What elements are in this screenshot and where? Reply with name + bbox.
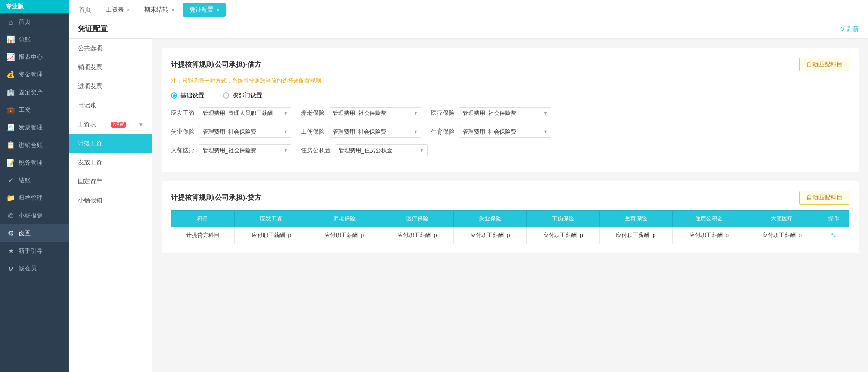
- sidebar-item-guide[interactable]: ★ 新手引导: [0, 242, 69, 260]
- sidebar-item-purchase-sales[interactable]: 📋 进销台账: [0, 136, 69, 154]
- credit-table: 科目 应发工资 养老保险 医疗保险 失业保险 工伤保险 生育保险 住房公积金 大…: [171, 210, 849, 244]
- tab-payroll-close[interactable]: ×: [127, 7, 130, 13]
- left-nav-payroll-table[interactable]: 工资表 NEW ▾: [69, 115, 152, 134]
- sidebar-label-guide: 新手引导: [19, 247, 43, 255]
- left-nav-fixed-assets[interactable]: 固定资产: [69, 172, 152, 191]
- sidebar-item-xiaochang-report[interactable]: © 小畅报销: [0, 207, 69, 224]
- select-wrapper-work-injury: 管理费用_社会保险费: [329, 126, 421, 138]
- cell-housing-val: 应付职工薪酬_p: [673, 227, 745, 244]
- tab-home[interactable]: 首页: [72, 3, 97, 17]
- tab-voucher-config-close[interactable]: ×: [216, 7, 219, 13]
- radio-department[interactable]: 按部门设置: [223, 91, 262, 100]
- select-salary[interactable]: 管理费用_管理人员职工薪酬: [199, 107, 291, 119]
- sidebar-item-member[interactable]: V 畅会员: [0, 260, 69, 277]
- select-housing[interactable]: 管理费用_住房公积金: [335, 144, 428, 156]
- col-salary: 应发工资: [235, 211, 308, 227]
- sidebar-label-report-center: 报表中心: [19, 53, 43, 61]
- tab-period-close-label: 期末结转: [144, 6, 168, 14]
- select-unemployment[interactable]: 管理费用_社会保险费: [199, 126, 291, 138]
- main-area: 首页 工资表 × 期末结转 × 凭证配置 × 凭证配置 ↻ 刷新 公共选项: [69, 0, 868, 372]
- tab-home-label: 首页: [79, 6, 91, 14]
- radio-group: 基础设置 按部门设置: [171, 91, 849, 100]
- sidebar-item-invoice-mgmt[interactable]: 🧾 发票管理: [0, 119, 69, 136]
- accrual-debit-title: 计提核算规则(公司承担)-借方: [171, 60, 261, 69]
- cell-salary-val: 应付职工薪酬_p: [235, 227, 308, 244]
- radio-basic[interactable]: 基础设置: [171, 91, 204, 100]
- field-maternity: 生育保险 管理费用_社会保险费: [431, 126, 551, 138]
- field-major-medical: 大额医疗 管理费用_社会保险费: [171, 144, 291, 156]
- field-medical: 医疗保险 管理费用_社会保险费: [431, 107, 551, 119]
- sidebar-label-member: 畅会员: [19, 264, 37, 273]
- col-pension: 养老保险: [308, 211, 381, 227]
- purchase-icon: 📋: [6, 141, 15, 149]
- select-work-injury[interactable]: 管理费用_社会保险费: [329, 126, 421, 138]
- sidebar-item-home[interactable]: ⌂ 首页: [0, 13, 69, 31]
- label-maternity: 生育保险: [431, 128, 455, 136]
- tab-period-close-close[interactable]: ×: [171, 7, 174, 13]
- member-icon: V: [6, 265, 15, 273]
- sidebar-item-closing[interactable]: ✓ 结账: [0, 172, 69, 189]
- sidebar-item-fund-management[interactable]: 💰 资金管理: [0, 66, 69, 83]
- sidebar-label-closing: 结账: [19, 176, 31, 185]
- form-row-3: 大额医疗 管理费用_社会保险费 住房公积金 管理费用_住房公积金: [171, 144, 849, 156]
- home-icon: ⌂: [6, 18, 15, 26]
- select-major-medical[interactable]: 管理费用_社会保险费: [199, 144, 291, 156]
- credit-title: 计提核算规则(公司承担)-贷方: [171, 193, 261, 202]
- cell-maternity-val: 应付职工薪酬_p: [600, 227, 673, 244]
- sidebar-label-invoice: 发票管理: [19, 123, 43, 132]
- accrual-debit-section: 计提核算规则(公司承担)-借方 自动匹配科目 注：只能选择一种方式，系统将按照您…: [162, 48, 859, 172]
- edition-label: 专业版: [6, 2, 24, 11]
- cell-work-injury-val: 应付职工薪酬_p: [526, 227, 599, 244]
- sidebar-item-general-ledger[interactable]: 📊 总账: [0, 31, 69, 48]
- refresh-icon: ↻: [840, 26, 845, 32]
- select-maternity[interactable]: 管理费用_社会保险费: [459, 126, 551, 138]
- tab-payroll[interactable]: 工资表 ×: [99, 3, 136, 17]
- tabs-bar: 首页 工资表 × 期末结转 × 凭证配置 ×: [69, 0, 868, 19]
- auto-match-credit-button[interactable]: 自动匹配科目: [799, 191, 849, 205]
- sidebar-item-report-center[interactable]: 📈 报表中心: [0, 48, 69, 66]
- invoice-icon: 🧾: [6, 123, 15, 132]
- left-nav-accrual-salary[interactable]: 计提工资: [69, 134, 152, 153]
- left-nav-label-input: 进项发票: [78, 82, 102, 90]
- left-nav-input-invoice[interactable]: 进项发票: [69, 77, 152, 96]
- left-nav-red-invoice[interactable]: 销项发票: [69, 58, 152, 77]
- select-pension[interactable]: 管理费用_社会保险费: [329, 107, 421, 119]
- col-action: 操作: [818, 211, 849, 227]
- form-row-2: 失业保险 管理费用_社会保险费 工伤保险 管理费用_社会保险费: [171, 126, 849, 138]
- sidebar-item-tax[interactable]: 📝 税务管理: [0, 154, 69, 172]
- radio-basic-circle: [171, 92, 177, 99]
- sidebar-item-archive[interactable]: 📁 归档管理: [0, 189, 69, 207]
- label-unemployment: 失业保险: [171, 128, 195, 136]
- sidebar-label-purchase: 进销台账: [19, 141, 43, 149]
- sidebar-item-settings[interactable]: ⚙ 设置: [0, 224, 69, 242]
- accrual-note: 注：只能选择一种方式，系统将按照您当前的选择来配置规则: [171, 77, 849, 85]
- page-header: 凭证配置 ↻ 刷新: [69, 19, 868, 39]
- select-medical[interactable]: 管理费用_社会保险费: [459, 107, 551, 119]
- left-nav-journal[interactable]: 日记账: [69, 96, 152, 115]
- archive-icon: 📁: [6, 194, 15, 202]
- edit-icon[interactable]: ✎: [831, 232, 836, 239]
- salary-icon: 💼: [6, 106, 15, 114]
- left-nav-label-xiaochang: 小畅报销: [78, 196, 102, 205]
- left-nav-label-accrual: 计提工资: [78, 139, 102, 148]
- report-icon: 📈: [6, 53, 15, 61]
- left-nav-xiaochang-expense[interactable]: 小畅报销: [69, 191, 152, 210]
- left-nav-pay-salary[interactable]: 发放工资: [69, 153, 152, 172]
- sidebar-label-general-ledger: 总账: [19, 35, 31, 44]
- left-nav-label-fixed: 固定资产: [78, 177, 102, 186]
- sidebar-item-fixed-assets[interactable]: 🏢 固定资产: [0, 83, 69, 101]
- select-wrapper-housing: 管理费用_住房公积金: [335, 144, 428, 156]
- cell-action: ✎: [818, 227, 849, 244]
- fund-icon: 💰: [6, 71, 15, 79]
- select-wrapper-medical: 管理费用_社会保险费: [459, 107, 551, 119]
- sidebar-label-xiaochang-report: 小畅报销: [19, 212, 43, 220]
- sidebar: 专业版 ⌂ 首页 📊 总账 📈 报表中心 💰 资金管理 🏢 固定资产 💼 工资 …: [0, 0, 69, 372]
- refresh-button[interactable]: ↻ 刷新: [840, 25, 859, 33]
- label-salary: 应发工资: [171, 109, 195, 117]
- accrual-debit-header: 计提核算规则(公司承担)-借方 自动匹配科目: [171, 58, 849, 71]
- left-nav-public-options[interactable]: 公共选项: [69, 39, 152, 58]
- auto-match-debit-button[interactable]: 自动匹配科目: [799, 58, 849, 71]
- tab-voucher-config[interactable]: 凭证配置 ×: [183, 3, 226, 17]
- tab-period-close[interactable]: 期末结转 ×: [138, 3, 181, 17]
- sidebar-item-salary[interactable]: 💼 工资: [0, 101, 69, 119]
